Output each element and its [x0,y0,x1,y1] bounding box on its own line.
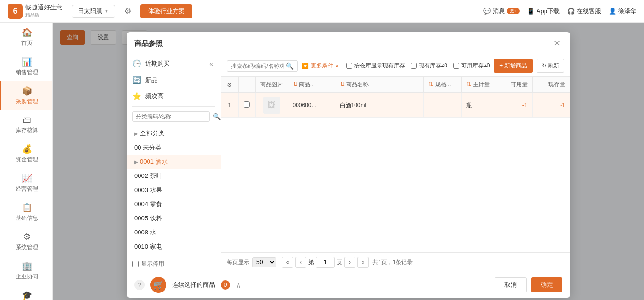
cancel-button[interactable]: 取消 [495,277,527,292]
col-unit-header[interactable]: ⇅ 主计量 [462,77,495,93]
col-name-header[interactable]: ⇅ 商品名称 [335,77,424,93]
sort-name-icon: ⇅ [340,81,345,88]
show-disabled-area: 显示停用 [127,256,221,272]
product-search-input[interactable] [231,63,284,69]
category-c0008-label: 0008 水 [134,229,156,236]
add-product-button[interactable]: + 新增商品 [494,59,532,73]
category-list: ▶ 全部分类 00 未分类 ▶ 0001 酒水 0002 茶 [127,125,221,256]
sidebar-item-home[interactable]: 🏠 首页 [0,23,52,52]
message-badge: 99 [507,8,519,14]
check-warehouse-input[interactable] [346,63,352,69]
row-checkbox[interactable] [244,101,250,108]
left-nav-new[interactable]: 🔄 新品 [127,72,221,88]
sidebar-item-sales[interactable]: 📊 销售管理 [0,52,52,81]
confirm-button[interactable]: 确定 [531,277,562,292]
refresh-table-button[interactable]: ↻ 刷新 [537,59,564,73]
category-c0003-label: 0003 水果 [134,186,162,193]
row-checkbox-cell[interactable] [238,93,255,118]
category-item-all[interactable]: ▶ 全部分类 [127,126,221,141]
finance-icon: 💰 [22,144,32,154]
modal-title: 商品参照 [134,39,163,48]
show-disabled-checkbox[interactable] [132,261,139,267]
row-name: 白酒100ml [335,93,424,118]
page-prev-button[interactable]: ‹ [295,257,306,268]
table-row[interactable]: 1 🖼 000600... 白酒100ml [221,93,570,118]
settings-icon[interactable]: ⚙ [121,4,135,18]
continuous-label: 连续选择的商品 [172,281,215,289]
category-item-c0005[interactable]: 0005 饮料 [127,211,221,225]
col-spec-header[interactable]: ⇅ 规格... [424,77,462,93]
left-nav-freq[interactable]: ⭐ 频次高 [127,88,221,104]
sidebar-item-enterprise[interactable]: 🏢 企业协同 [0,256,52,285]
check-stock-label[interactable]: 现有库存≠0 [411,62,447,70]
per-page-select[interactable]: 50 10 20 100 [252,257,276,267]
check-warehouse-label[interactable]: 按仓库显示现有库存 [346,62,405,70]
collapse-left-icon[interactable]: « [207,59,215,68]
toolbar: 🔍 🔽 更多条件 ∧ 按仓库显示现有库存 [221,55,570,77]
modal-right-panel: 🔍 🔽 更多条件 ∧ 按仓库显示现有库存 [221,55,570,272]
modal-close-button[interactable]: ✕ [551,38,562,49]
clock-icon: 🕒 [132,59,141,68]
category-item-c0004[interactable]: 0004 零食 [127,197,221,211]
category-search-input[interactable] [132,111,210,122]
footer-buttons: 取消 确定 [495,277,562,292]
cart-button[interactable]: 🛒 [150,277,166,293]
page-input[interactable] [316,257,335,268]
row-code: 000600... [288,93,335,118]
divider [132,106,215,107]
messages-btn[interactable]: 💬 消息 99 [483,7,519,16]
sidebar: 🏠 首页 📊 销售管理 📦 采购管理 🗃 库存核算 💰 资金管理 📈 经营管理 … [0,23,53,300]
sidebar-item-finance[interactable]: 💰 资金管理 [0,139,52,168]
trial-button[interactable]: 体验行业方案 [140,4,192,18]
check-stock-input[interactable] [411,63,417,69]
category-item-c0003[interactable]: 0003 水果 [127,183,221,197]
app-download-btn[interactable]: 📱 App下载 [527,7,560,16]
col-settings[interactable]: ⚙ [221,77,238,93]
check-avail-input[interactable] [453,63,459,69]
nav-selector[interactable]: 日太阳膜 ▼ [72,5,115,18]
sidebar-item-business[interactable]: 📈 经营管理 [0,168,52,198]
sidebar-item-inventory[interactable]: 🗃 库存核算 [0,110,52,139]
page-first-button[interactable]: « [282,257,293,268]
category-all-label: 全部分类 [140,129,165,138]
left-nav-new-label: 新品 [145,76,157,84]
category-c0001-label: 0001 酒水 [140,158,168,166]
sidebar-item-system[interactable]: ⚙ 系统管理 [0,227,52,256]
left-nav-recent[interactable]: 🕒 近期购买 « [127,55,221,72]
check-warehouse-text: 按仓库显示现有库存 [354,62,405,70]
product-search-icon[interactable]: 🔍 [286,62,294,70]
sidebar-item-inventory-label: 库存核算 [16,126,38,134]
sidebar-item-basic[interactable]: 📋 基础信息 [0,198,52,227]
help-icon[interactable]: ? [134,280,145,290]
online-service-btn[interactable]: 🎧 在线客服 [567,7,601,16]
page-last-button[interactable]: » [357,257,369,268]
category-item-c0010[interactable]: 0010 家电 [127,240,221,254]
expand-icon: ▶ [134,131,138,136]
sidebar-item-purchase[interactable]: 📦 采购管理 [0,81,52,110]
check-avail-label[interactable]: 可用库存≠0 [453,62,490,70]
filter-button[interactable]: 🔽 更多条件 ∧ [302,62,339,70]
home-icon: 🏠 [22,27,32,38]
category-item-c0002[interactable]: 0002 茶叶 [127,169,221,183]
app-download-label: App下载 [537,7,560,16]
category-item-c00[interactable]: 00 未分类 [127,141,221,155]
row-unit: 瓶 [462,93,495,118]
page-next-button[interactable]: › [344,257,355,268]
check-avail-text: 可用库存≠0 [461,62,490,70]
product-table-container: ⚙ 商品图片 ⇅ 商品... [221,77,570,252]
col-code-header[interactable]: ⇅ 商品... [288,77,335,93]
purchase-icon: 📦 [22,86,32,96]
sidebar-item-newbie[interactable]: 🎓 新手引导 [0,285,52,300]
action-buttons: + 新增商品 ↻ 刷新 [494,59,564,73]
user-profile[interactable]: 👤 徐泽华 [609,7,636,16]
modal-header: 商品参照 ✕ [127,32,570,55]
category-c0005-label: 0005 饮料 [134,215,162,222]
category-item-c0001[interactable]: ▶ 0001 酒水 [127,155,221,169]
expand-selection-icon[interactable]: ∧ [236,281,241,290]
col-img-header: 商品图片 [255,77,288,93]
product-search-bar: 🔍 [227,60,298,72]
basic-icon: 📋 [22,202,32,213]
category-search-icon[interactable]: 🔍 [213,113,221,120]
logo-area: 6 畅捷通好生意 精品版 [8,4,62,19]
category-item-c0008[interactable]: 0008 水 [127,225,221,240]
